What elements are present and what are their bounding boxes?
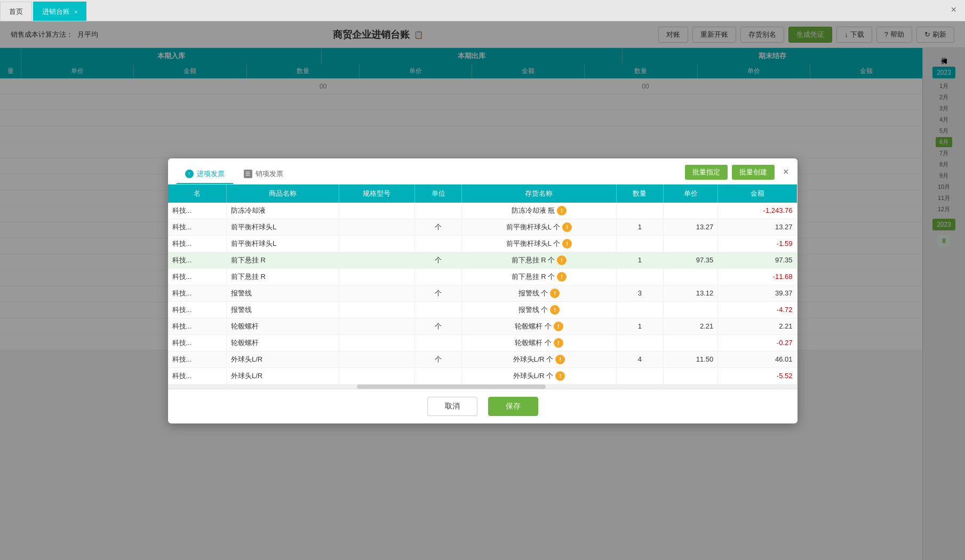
table-cell: 1 <box>616 219 664 235</box>
table-row: 科技...轮毂螺杆轮毂螺杆 个!-0.27 <box>168 334 797 351</box>
table-cell: -0.27 <box>718 334 797 351</box>
table-cell: 前下悬挂 R 个! <box>462 252 616 268</box>
table-cell <box>339 334 414 351</box>
table-cell <box>414 235 462 252</box>
table-cell: 前平衡杆球头L 个! <box>462 235 616 252</box>
table-cell: 个 <box>414 252 462 268</box>
app-close-button[interactable]: × <box>951 4 956 15</box>
table-cell <box>414 203 462 219</box>
batch-assign-button[interactable]: 批量指定 <box>685 165 728 180</box>
table-cell: 2.21 <box>664 318 718 334</box>
table-cell: 前下悬挂 R <box>226 252 339 268</box>
tab-incoming-invoice[interactable]: ↑ 进项发票 <box>177 165 233 184</box>
table-cell: 科技... <box>168 285 227 301</box>
table-cell <box>339 351 414 367</box>
table-cell: 前下悬挂 R 个! <box>462 268 616 285</box>
table-row: 科技...前平衡杆球头L前平衡杆球头L 个!-1.59 <box>168 235 797 252</box>
table-header-row: 名 商品名称 规格型号 单位 存货名称 数量 单价 金额 <box>168 185 797 203</box>
table-cell <box>339 252 414 268</box>
modal-body: 名 商品名称 规格型号 单位 存货名称 数量 单价 金额 科技...防 <box>168 185 797 389</box>
table-cell <box>616 301 664 318</box>
warn-icon: ! <box>557 272 567 282</box>
scrollbar-thumb[interactable] <box>357 385 546 389</box>
table-scroll-area[interactable]: 名 商品名称 规格型号 单位 存货名称 数量 单价 金额 科技...防 <box>168 185 797 385</box>
tab-home[interactable]: 首页 <box>0 2 32 21</box>
table-cell: 1 <box>616 252 664 268</box>
modal-dialog: ↑ 进项发票 ☰ 销项发票 批量指定 批量创建 × <box>168 158 797 423</box>
outgoing-invoice-icon: ☰ <box>244 170 252 178</box>
save-button[interactable]: 保存 <box>488 397 538 416</box>
modal-footer: 取消 保存 <box>168 389 797 423</box>
table-cell: 前平衡杆球头L <box>226 219 339 235</box>
table-cell <box>339 285 414 301</box>
tab-outgoing-invoice[interactable]: ☰ 销项发票 <box>235 165 292 184</box>
table-cell <box>616 235 664 252</box>
table-cell: 前平衡杆球头L 个! <box>462 219 616 235</box>
table-cell <box>616 334 664 351</box>
table-cell: 科技... <box>168 367 227 384</box>
table-cell: 报警线 个! <box>462 301 616 318</box>
table-cell: -11.68 <box>718 268 797 285</box>
table-cell <box>664 268 718 285</box>
table-row: 科技...防冻冷却液防冻冷却液 瓶!-1,243.76 <box>168 203 797 219</box>
invoice-table: 名 商品名称 规格型号 单位 存货名称 数量 单价 金额 科技...防 <box>168 185 797 385</box>
table-cell: 科技... <box>168 301 227 318</box>
modal-header-actions: 批量指定 批量创建 <box>685 165 775 184</box>
th-price: 单价 <box>664 185 718 203</box>
table-cell <box>414 268 462 285</box>
table-cell: 科技... <box>168 318 227 334</box>
table-cell: 轮毂螺杆 <box>226 318 339 334</box>
table-cell <box>664 235 718 252</box>
table-cell: 报警线 <box>226 285 339 301</box>
table-cell: 前平衡杆球头L <box>226 235 339 252</box>
table-cell: -4.72 <box>718 301 797 318</box>
table-cell <box>616 203 664 219</box>
table-row: 科技...前平衡杆球头L个前平衡杆球头L 个!113.2713.27 <box>168 219 797 235</box>
table-row: 科技...报警线报警线 个!-4.72 <box>168 301 797 318</box>
table-row: 科技...外球头L/R外球头L/R 个!-5.52 <box>168 367 797 384</box>
table-cell: 39.37 <box>718 285 797 301</box>
table-cell <box>414 334 462 351</box>
table-cell: 97.35 <box>718 252 797 268</box>
table-cell <box>339 318 414 334</box>
table-cell: 轮毂螺杆 个! <box>462 318 616 334</box>
table-cell: -5.52 <box>718 367 797 384</box>
table-cell <box>664 203 718 219</box>
warn-icon: ! <box>557 206 567 215</box>
table-cell: 11.50 <box>664 351 718 367</box>
table-cell: 97.35 <box>664 252 718 268</box>
table-cell: 科技... <box>168 351 227 367</box>
table-cell: 外球头L/R <box>226 367 339 384</box>
modal-close-button[interactable]: × <box>783 166 789 182</box>
warn-icon: ! <box>562 239 572 249</box>
modal-overlay: ↑ 进项发票 ☰ 销项发票 批量指定 批量创建 × <box>0 21 965 560</box>
cancel-button[interactable]: 取消 <box>427 397 477 416</box>
table-cell: 报警线 个! <box>462 285 616 301</box>
table-cell: 科技... <box>168 219 227 235</box>
table-cell: 4 <box>616 351 664 367</box>
horizontal-scrollbar[interactable] <box>168 385 797 389</box>
table-row: 科技...轮毂螺杆个轮毂螺杆 个!12.212.21 <box>168 318 797 334</box>
tab-close-icon[interactable]: × <box>74 9 77 15</box>
table-cell <box>339 301 414 318</box>
warn-icon: ! <box>554 322 563 331</box>
table-cell: -1,243.76 <box>718 203 797 219</box>
tab-ledger[interactable]: 进销台账 × <box>33 2 86 21</box>
modal-header: ↑ 进项发票 ☰ 销项发票 批量指定 批量创建 × <box>168 158 797 185</box>
batch-create-button[interactable]: 批量创建 <box>732 165 775 180</box>
th-qty: 数量 <box>616 185 664 203</box>
warn-icon: ! <box>554 338 563 348</box>
table-cell <box>339 219 414 235</box>
table-cell: 轮毂螺杆 个! <box>462 334 616 351</box>
table-cell <box>414 367 462 384</box>
table-cell: 科技... <box>168 252 227 268</box>
warn-icon: ! <box>557 255 567 265</box>
table-cell <box>664 301 718 318</box>
th-spec: 规格型号 <box>339 185 414 203</box>
incoming-invoice-icon: ↑ <box>185 170 194 178</box>
warn-icon: ! <box>562 222 572 232</box>
table-cell: 轮毂螺杆 <box>226 334 339 351</box>
table-cell: 科技... <box>168 203 227 219</box>
table-cell: 个 <box>414 318 462 334</box>
table-cell: 13.27 <box>718 219 797 235</box>
